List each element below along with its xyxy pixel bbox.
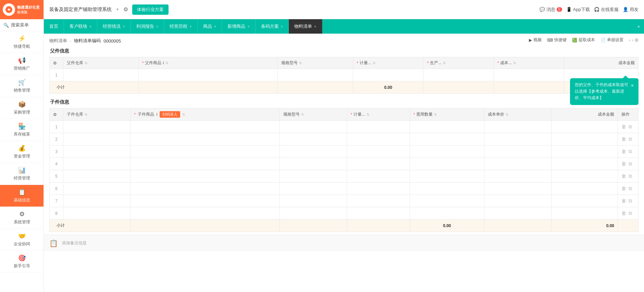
th-spec[interactable]: 规格型号⇅ <box>278 57 353 69</box>
copy-icon[interactable]: ⧉ <box>629 186 632 191</box>
delete-icon[interactable]: 🗑 <box>621 198 626 203</box>
sidebar-logo: 畅捷通好生意 标准版 <box>0 0 44 19</box>
logo-text: 畅捷通好生意 标准版 <box>17 5 40 14</box>
inventory-icon: 🏪 <box>18 122 26 130</box>
tooltip-close-button[interactable]: × <box>631 82 634 89</box>
table-row: 6 🗑 ⧉ <box>50 183 639 195</box>
trial-button[interactable]: 体验行业方案 <box>132 4 169 15</box>
delete-icon[interactable]: 🗑 <box>621 186 626 191</box>
th-child-spec[interactable]: 规格型号⇅ <box>280 108 347 121</box>
th-production[interactable]: * 生产...⇅ <box>423 57 494 69</box>
nav-item-sales[interactable]: 🛒 销售管理 <box>0 75 44 97</box>
nav-item-system[interactable]: ⚙ 系统管理 <box>0 207 44 229</box>
nav-item-inventory[interactable]: 🏪 库存核算 <box>0 119 44 141</box>
parent-section-title: 父件信息 <box>49 48 639 54</box>
nav-item-quick[interactable]: ⚡ 快捷导航 <box>0 31 44 53</box>
finance-icon: 💰 <box>18 144 26 152</box>
next-icon[interactable]: › <box>632 37 633 43</box>
online-service-button[interactable]: 🎧 在线客服 <box>594 7 619 13</box>
th-child-goods[interactable]: * 子件商品 ℹ 扫码录入 ⇅ <box>131 108 280 121</box>
bottom-bar: 📋 添加备注信息 <box>44 235 644 251</box>
scan-button[interactable]: 扫码录入 <box>160 111 180 118</box>
play-icon: ▶ <box>529 38 532 43</box>
tab-home[interactable]: 首页 <box>44 19 64 34</box>
info-icon: ℹ <box>163 61 164 65</box>
copy-icon[interactable]: ⧉ <box>629 149 632 154</box>
shortcut-button[interactable]: ⌨ 快捷键 <box>547 37 567 43</box>
tab-close-icon[interactable]: × <box>314 24 316 28</box>
sort-icon: ⇅ <box>301 113 304 116</box>
child-info-icon: ℹ <box>156 112 158 117</box>
sales-icon: 🛒 <box>18 79 26 86</box>
delete-icon[interactable]: 🗑 <box>621 149 626 154</box>
nav-item-finance[interactable]: 💰 资金管理 <box>0 141 44 163</box>
nav-item-basic[interactable]: 📋 基础信息 <box>0 185 44 207</box>
tab-close-icon[interactable]: × <box>281 24 283 28</box>
single-settings-button[interactable]: 📄 单据设置 <box>600 37 623 43</box>
basic-icon: 📋 <box>18 188 26 196</box>
copy-icon[interactable]: ⧉ <box>629 124 632 129</box>
delete-icon[interactable]: 🗑 <box>621 210 626 216</box>
sidebar-search[interactable]: 🔍 搜索菜单 <box>0 19 44 31</box>
th-child-unit[interactable]: * 计量...⇅ <box>347 108 410 121</box>
tab-close-icon[interactable]: × <box>247 24 249 28</box>
tab-operation[interactable]: 经营情况 × <box>97 19 131 34</box>
notes-icon[interactable]: 📋 <box>49 239 58 247</box>
tab-close-icon[interactable]: × <box>123 24 125 28</box>
extract-cost-button[interactable]: 💹 提取成本 <box>572 37 595 43</box>
nav-item-guide[interactable]: 🎯 新手引导 <box>0 251 44 273</box>
copy-icon[interactable]: ⧉ <box>629 161 632 166</box>
tab-profit[interactable]: 利润报告 × <box>131 19 164 34</box>
settings-icon[interactable]: ⚙ <box>123 6 128 13</box>
sort-icon: ⇅ <box>506 113 508 116</box>
delete-icon[interactable]: 🗑 <box>621 173 626 179</box>
prev-icon[interactable]: ‹ <box>629 37 630 43</box>
copy-icon[interactable]: ⧉ <box>629 173 632 179</box>
breadcrumb-code-label: 物料清单编码 <box>74 38 101 44</box>
th-unit[interactable]: * 计量...⇅ <box>353 57 423 69</box>
th-child-settings[interactable]: ⚙ <box>50 108 63 121</box>
view-button[interactable]: ▶ 视频 <box>529 37 542 43</box>
tab-close-icon[interactable]: × <box>89 24 91 28</box>
th-parent-warehouse[interactable]: 父件仓库⇅ <box>63 57 139 69</box>
th-cost[interactable]: * 成本...⇅ <box>494 57 564 69</box>
nav-item-operations[interactable]: 📊 经营管理 <box>0 163 44 185</box>
copy-icon[interactable]: ⧉ <box>629 210 632 216</box>
tooltip-box: × 您的父件、子件的成本取值可以选择【参考成本、最新进价、平均成本】 <box>570 78 639 105</box>
tab-new-goods[interactable]: 新增商品 × <box>222 19 255 34</box>
delete-icon[interactable]: 🗑 <box>621 161 626 166</box>
nav-item-purchase[interactable]: 📦 采购管理 <box>0 97 44 119</box>
main-content: 装备及固定资产辅助管理系统 ▼ ⚙ 体验行业方案 💬 消息 6 📱 App下载 … <box>44 0 644 292</box>
th-parent-goods[interactable]: * 父件商品 ℹ ⇅ <box>138 57 278 69</box>
nav-label: 资金管理 <box>14 153 30 159</box>
tooltip-text: 您的父件、子件的成本取值可以选择【参考成本、最新进价、平均成本】 <box>575 82 628 100</box>
delete-icon[interactable]: 🗑 <box>621 124 626 129</box>
tab-barcode[interactable]: 条码方案 × <box>256 19 289 34</box>
tabs-close-button[interactable]: × <box>633 20 644 33</box>
tab-goods[interactable]: 商品 × <box>198 19 222 34</box>
message-button[interactable]: 💬 消息 6 <box>540 7 562 13</box>
nav-label: 快捷导航 <box>14 44 30 49</box>
th-settings[interactable]: ⚙ <box>50 57 63 69</box>
th-child-unit-cost[interactable]: 成本单价⇅ <box>484 108 551 121</box>
tab-history[interactable]: 经营历程 × <box>164 19 197 34</box>
nav-label: 经营管理 <box>14 175 30 181</box>
tab-customer[interactable]: 客户联络 × <box>64 19 97 34</box>
breadcrumb-list[interactable]: 物料清单 <box>49 38 67 44</box>
delete-icon[interactable]: 🗑 <box>621 136 626 142</box>
keyboard-icon: ⌨ <box>547 38 553 43</box>
nav-item-marketing[interactable]: 📢 营销推广 <box>0 53 44 75</box>
table-row: 3 🗑 ⧉ <box>50 145 639 158</box>
grid-icon[interactable]: ⊞ <box>635 37 639 43</box>
copy-icon[interactable]: ⧉ <box>629 198 632 203</box>
app-download-button[interactable]: 📱 App下载 <box>566 7 590 13</box>
tab-bom[interactable]: 物料清单 × <box>289 19 322 34</box>
th-child-qty[interactable]: * 需用数量⇅ <box>410 108 484 121</box>
tab-close-icon[interactable]: × <box>214 24 216 28</box>
user-button[interactable]: 👤 用友 <box>623 7 639 13</box>
nav-item-collab[interactable]: 🤝 企业协同 <box>0 229 44 251</box>
tab-close-icon[interactable]: × <box>156 24 158 28</box>
tab-close-icon[interactable]: × <box>189 24 191 28</box>
copy-icon[interactable]: ⧉ <box>629 136 632 142</box>
th-child-warehouse[interactable]: 子件仓库⇅ <box>63 108 131 121</box>
